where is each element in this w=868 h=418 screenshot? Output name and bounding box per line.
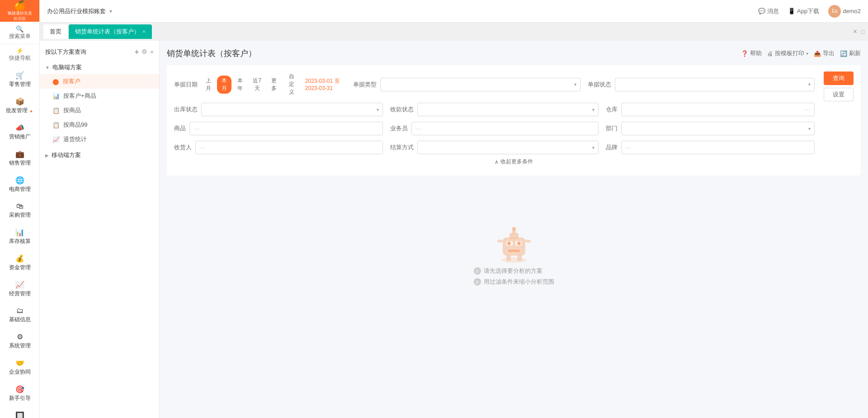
topbar-dropdown-icon[interactable]: ▾ [109, 8, 112, 14]
sidebar-item-system[interactable]: ⚙ 系统管理 [0, 328, 39, 354]
date-btn-custom[interactable]: 自定义 [283, 71, 301, 97]
recipient-dots: ··· [199, 144, 206, 151]
tab-active-label: 销货单统计表（按客户） [75, 28, 140, 36]
sidebar-item-retail[interactable]: 🛒 零售管理 [0, 66, 39, 93]
help-label: 帮助 [750, 49, 762, 57]
order-status-select[interactable]: ▾ [615, 78, 815, 91]
svg-point-0 [501, 257, 527, 263]
inventory-icon: 📊 [0, 228, 39, 237]
scheme-item-customer[interactable]: ⬤ 按客户 [40, 74, 159, 89]
export-button[interactable]: 📤 导出 [814, 49, 835, 57]
user-profile[interactable]: Ea demo2 [828, 5, 861, 18]
tab-home[interactable]: 首页 [43, 24, 68, 39]
app-download-button[interactable]: 📱 App下载 [788, 7, 819, 15]
scheme-item-goods99[interactable]: 📋 按商品99 [40, 118, 159, 132]
finance-icon: 💰 [0, 254, 39, 263]
order-status-label: 单据状态 [588, 81, 611, 89]
svg-point-5 [517, 242, 521, 245]
sidebar-item-enterprise[interactable]: 🤝 企业协同 [0, 354, 39, 380]
goods-input[interactable]: ··· [189, 122, 383, 135]
recipient-label: 收货人 [174, 143, 192, 152]
scheme-customer-icon: ⬤ [52, 78, 59, 85]
employee-input[interactable]: ··· [411, 122, 599, 135]
app-download-icon: 📱 [788, 8, 795, 14]
collapse-panel-icon[interactable]: « [150, 48, 154, 56]
settings-button[interactable]: 设置 [824, 88, 854, 101]
warehouse-select[interactable]: ··· [621, 103, 815, 116]
scheme-goods99-label: 按商品99 [63, 121, 87, 129]
tip-num-1: ① [474, 267, 481, 275]
receipt-status-select[interactable]: ▾ [417, 103, 599, 116]
maximize-window-icon[interactable]: □ [861, 28, 864, 35]
tab-close-icon[interactable]: × [142, 28, 146, 35]
sidebar-item-quick-nav[interactable]: ⚡ 快捷导航 [0, 44, 39, 65]
refresh-button[interactable]: 🔄 刷新 [840, 49, 861, 57]
collapse-bar[interactable]: ∧ 收起更多条件 [174, 154, 854, 169]
scheme-goods-icon: 📋 [52, 107, 60, 114]
sidebar-item-appcenter[interactable]: 🔲 应用中心 [0, 407, 39, 418]
system-icon: ⚙ [0, 332, 39, 341]
sidebar-item-operations[interactable]: 📈 经营管理 [0, 276, 39, 302]
left-panel-actions: + ⚙ « [135, 48, 154, 56]
sidebar-item-purchase[interactable]: 🛍 采购管理 [0, 198, 39, 223]
filter-warehouse: 仓库 ··· [606, 103, 815, 116]
recipient-input[interactable]: ··· [195, 141, 383, 154]
message-button[interactable]: 💬 消息 [758, 7, 779, 15]
sidebar-item-marketing[interactable]: 📣 营销推广 [0, 119, 39, 145]
sidebar-wholesale-label: 批发管理 [6, 107, 28, 114]
sidebar-marketing-label: 营销推广 [9, 133, 31, 140]
export-label: 导出 [823, 49, 835, 57]
scheme-item-customer-goods[interactable]: 📊 按客户+商品 [40, 89, 159, 103]
scheme-item-goods[interactable]: 📋 按商品 [40, 103, 159, 118]
settings-scheme-icon[interactable]: ⚙ [142, 48, 147, 56]
filter-receipt-status: 收款状态 ▾ [390, 103, 599, 116]
brand-input[interactable]: ··· [621, 141, 815, 154]
goods-label: 商品 [174, 124, 186, 133]
sidebar-item-wholesale[interactable]: 📦 批发管理 ▲ [0, 93, 39, 119]
date-group: 上月 本月 本年 近7天 更多 自定义 2023-03-01 至 2023-03… [201, 71, 346, 97]
warehouse-label: 仓库 [606, 105, 618, 114]
filter-out-status: 出库状态 ▾ [174, 103, 383, 116]
print-button[interactable]: 🖨 按模板打印 ▾ [767, 49, 808, 57]
sidebar-search-label: 搜索菜单 [9, 33, 31, 39]
refresh-label: 刷新 [849, 49, 861, 57]
receipt-status-arrow: ▾ [592, 107, 594, 112]
brand-label: 品牌 [606, 143, 618, 152]
caret-right-icon: ▶ [45, 153, 49, 158]
date-btn-this-year[interactable]: 本年 [233, 76, 247, 94]
topbar-left: 办公用品行业模拟账套 ▾ [47, 7, 112, 15]
add-scheme-icon[interactable]: + [135, 48, 139, 56]
page-title-row: 销货单统计表（按客户） ❓ 帮助 🖨 按模板打印 ▾ 📤 导出 [167, 48, 861, 59]
settlement-select[interactable]: ▾ [417, 141, 599, 154]
sidebar-item-inventory[interactable]: 📊 库存核算 [0, 223, 39, 250]
tab-actions: × □ [853, 28, 864, 36]
date-btn-7days[interactable]: 近7天 [249, 76, 265, 94]
order-type-select[interactable]: ▾ [380, 78, 580, 91]
filter-card: 单据日期 上月 本月 本年 近7天 更多 自定义 2023-03-01 至 20… [167, 65, 861, 176]
sidebar-item-base[interactable]: 🗂 基础信息 [0, 302, 39, 328]
date-btn-more[interactable]: 更多 [267, 76, 281, 94]
filter-recipient: 收货人 ··· [174, 141, 383, 154]
dept-select[interactable]: ▾ [621, 122, 815, 135]
sidebar-item-finance[interactable]: 💰 资金管理 [0, 250, 39, 276]
sidebar-item-ecommerce[interactable]: 🌐 电商管理 [0, 171, 39, 198]
scheme-item-return[interactable]: 📈 退货统计 [40, 132, 159, 147]
order-status-arrow: ▾ [808, 82, 811, 87]
help-button[interactable]: ❓ 帮助 [741, 49, 762, 57]
topbar-right: 💬 消息 📱 App下载 Ea demo2 [758, 5, 861, 18]
date-btn-this-month[interactable]: 本月 [217, 76, 231, 94]
query-button[interactable]: 查询 [824, 71, 854, 85]
base-icon: 🗂 [0, 307, 39, 315]
sidebar-item-search[interactable]: 🔍 搜索菜单 [0, 22, 39, 44]
mobile-group-title[interactable]: ▶ 移动端方案 [40, 148, 159, 162]
out-status-select[interactable]: ▾ [201, 103, 383, 116]
sidebar-item-newbie[interactable]: 🎯 新手引导 [0, 380, 39, 407]
pc-group-title[interactable]: ▼ 电脑端方案 [40, 61, 159, 74]
sidebar-item-sales[interactable]: 💼 销售管理 [0, 145, 39, 171]
action-buttons: 查询 设置 [824, 71, 854, 101]
close-window-icon[interactable]: × [853, 28, 857, 36]
svg-rect-1 [503, 238, 525, 256]
enterprise-icon: 🤝 [0, 359, 39, 367]
date-btn-last-month[interactable]: 上月 [201, 76, 215, 94]
tab-sales-stats[interactable]: 销货单统计表（按客户） × [69, 24, 152, 39]
